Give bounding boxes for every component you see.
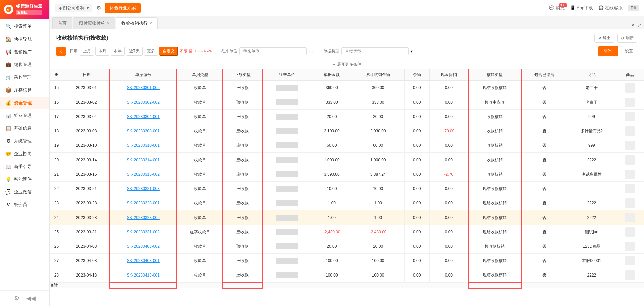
export-button[interactable]: ↗ 导出 (594, 34, 614, 43)
sidebar-label-guide: 新手引导 (14, 164, 32, 170)
voucher-link[interactable]: SK-20230308-001 (127, 129, 160, 133)
solution-button[interactable]: 体验行业方案 (105, 3, 141, 13)
cell-seq: 25 (50, 225, 63, 239)
voucher-type-input[interactable] (341, 47, 409, 55)
messages-btn[interactable]: 💬 消息 99+ (549, 5, 565, 11)
cell-voucher-type: 收款单 (177, 138, 223, 153)
voucher-link[interactable]: SK-20230328-002 (127, 215, 160, 220)
col-header-counterpart[interactable]: 往来单位 (262, 69, 312, 81)
cell-date: 2023-03-31 (63, 225, 110, 239)
date-more-btn[interactable]: 更多 (144, 47, 158, 56)
sidebar-item-hardware[interactable]: 💡 智能硬件 (0, 173, 49, 186)
tab-cancel-close[interactable]: × (150, 21, 152, 26)
app-download-label: App下载 (577, 5, 593, 11)
tab-home[interactable]: 首页 (52, 17, 72, 29)
col-header-biz-type[interactable]: 业务类型 (223, 69, 262, 81)
company-selector[interactable]: 示例公司名称 ▾ (55, 4, 92, 12)
cell-amount: 20.00 (312, 239, 352, 254)
col-header-amount[interactable]: 单据金额 (312, 69, 352, 81)
voucher-link[interactable]: SK-20230328-001 (127, 201, 160, 205)
app-download-btn[interactable]: 📱 App下载 (570, 5, 593, 11)
cell-balance: 0.00 (404, 138, 429, 153)
tab-prepay-close[interactable]: × (107, 21, 109, 26)
refresh-button[interactable]: ↺ 刷新 (617, 34, 637, 43)
sidebar-item-guide[interactable]: 📖 新手引导 (0, 160, 49, 173)
cell-voucher-no: SK-20230310-001 (110, 138, 177, 153)
date-range-text: 不限 至 2023-07-26 (180, 49, 212, 54)
tab-prepay[interactable]: 预付应收付单 × (73, 17, 115, 29)
sidebar-item-marketing[interactable]: 📢 营销推广 (0, 46, 49, 58)
sidebar-item-operations[interactable]: 📊 经营管理 (0, 109, 49, 122)
cell-balance: 0.00 (404, 254, 429, 268)
cell-date: 2023-03-08 (63, 124, 110, 138)
col-header-discount[interactable]: 现金折扣 (429, 69, 468, 81)
cell-biz-type: 应收款 (223, 167, 262, 182)
voucher-link[interactable]: SK-20230310-001 (127, 143, 160, 148)
voucher-link[interactable]: SK-20230304-001 (127, 114, 160, 119)
col-header-voucher-no[interactable]: 单据编号 (110, 69, 177, 81)
sidebar-item-system[interactable]: ⚙ 系统管理 (0, 135, 49, 147)
sidebar-collapse-btn[interactable]: ◀◀ (23, 293, 38, 303)
tab-restore-icon[interactable]: ⤢ (637, 22, 641, 28)
voucher-link[interactable]: SK-20230418-001 (127, 273, 160, 278)
cell-amount: 10.00 (312, 182, 352, 196)
sidebar-item-basic[interactable]: 📋 基础信息 (0, 122, 49, 135)
filter-toggle-btn[interactable]: » (56, 47, 66, 56)
sidebar-item-sales[interactable]: 💼 销售管理 (0, 58, 49, 71)
col-header-balance[interactable]: 余额 (404, 69, 429, 81)
filter-setting-btn[interactable]: 设置 (621, 46, 637, 56)
sidebar-item-member[interactable]: V 畅会员 (0, 198, 49, 211)
cell-discount: 0.00 (429, 110, 468, 124)
voucher-type-filter-group: 单据类型 ▾ (323, 47, 413, 55)
cell-balance: 0.00 (404, 225, 429, 239)
voucher-link[interactable]: SK-20230301-002 (127, 85, 160, 90)
topbar-gear-icon[interactable]: ⚙ (96, 5, 101, 11)
date-this-month-btn[interactable]: 本月 (95, 47, 109, 56)
user-avatar[interactable]: Rit (628, 5, 639, 11)
voucher-link[interactable]: SK-20230408-001 (127, 258, 160, 263)
logo-text: 畅康道好生意 标推版 (16, 3, 42, 15)
sidebar-item-inventory[interactable]: 📦 库存核算 (0, 84, 49, 97)
sidebar-item-nav[interactable]: 🏠 快捷导航 (0, 33, 49, 46)
sidebar-item-wechat[interactable]: 💬 企业微信 (0, 186, 49, 198)
table-header-row: ⚙ 日期 单据编号 单据类型 业务类型 往来单位 单据金额 累计核销金额 余额 … (50, 69, 644, 81)
sidebar-item-enterprise[interactable]: 🤝 企业协同 (0, 147, 49, 160)
sidebar-item-purchase[interactable]: 🛒 采购管理 (0, 71, 49, 84)
product-thumbnail (625, 98, 635, 107)
col-header-date[interactable]: 日期 (63, 69, 110, 81)
col-header-cancel-type[interactable]: 核销类型 (469, 69, 521, 81)
voucher-link[interactable]: SK-20230302-002 (127, 100, 160, 105)
cell-counterpart (262, 110, 312, 124)
voucher-link[interactable]: SK-20230331-002 (127, 230, 160, 234)
cell-counterpart (262, 81, 312, 95)
voucher-link[interactable]: SK-20230315-002 (127, 172, 160, 177)
sidebar-item-search[interactable]: 🔍 搜索菜单 (0, 20, 49, 33)
sidebar-label-hardware: 智能硬件 (14, 176, 32, 182)
col-header-voucher-type[interactable]: 单据类型 (177, 69, 223, 81)
cell-biz-type: 应收款 (223, 110, 262, 124)
footer-cancel-type (469, 283, 521, 289)
date-this-year-btn[interactable]: 本年 (111, 47, 125, 56)
voucher-link[interactable]: SK-20230403-002 (127, 244, 160, 249)
date-last-month-btn[interactable]: 上月 (80, 47, 94, 56)
col-header-product-img[interactable]: 商品 (616, 69, 644, 81)
voucher-link[interactable]: SK-20230314-001 (127, 158, 160, 162)
sidebar-item-finance[interactable]: 💰 资金管理 (0, 97, 49, 109)
query-button[interactable]: 查询 (598, 46, 618, 56)
col-header-cumulative[interactable]: 累计核销金额 (352, 69, 404, 81)
cell-discount: 0.00 (429, 268, 468, 283)
cell-voucher-type: 收款单 (177, 268, 223, 283)
tab-cancel[interactable]: 收款核销执行 × (116, 17, 158, 29)
data-table-wrap: ⚙ 日期 单据编号 单据类型 业务类型 往来单位 单据金额 累计核销金额 余额 … (50, 69, 644, 306)
date-custom-btn[interactable]: 自定义 (159, 47, 178, 56)
expand-conditions-bar[interactable]: ∨ 展开更多条件 (50, 60, 644, 69)
date-7days-btn[interactable]: 近7天 (126, 47, 143, 56)
col-header-product[interactable]: 商品 (567, 69, 616, 81)
tab-close-all-icon[interactable]: × (631, 22, 634, 28)
sidebar-settings-btn[interactable]: ⚙ (11, 293, 22, 303)
sales-icon: 💼 (5, 62, 11, 68)
online-service-btn[interactable]: 🎧 在线客服 (598, 5, 623, 11)
voucher-link[interactable]: SK-20230321-003 (127, 186, 160, 191)
col-header-include-settled[interactable]: 包含已结清 (521, 69, 567, 81)
counterpart-filter-input[interactable] (239, 47, 307, 55)
